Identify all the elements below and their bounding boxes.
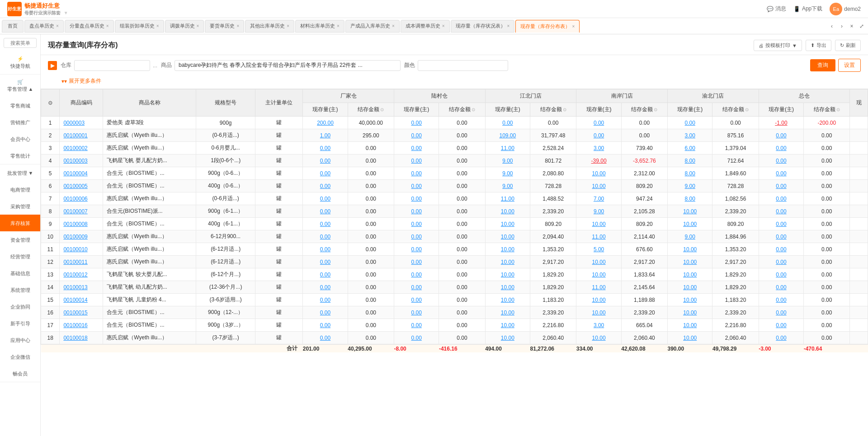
td-total-qty[interactable]: 0.00: [759, 218, 803, 230]
td-jb-qty[interactable]: 9.00: [485, 155, 530, 167]
td-fc-qty[interactable]: 0.00: [303, 167, 348, 180]
td-lc-qty[interactable]: 0.00: [394, 205, 439, 218]
td-total-qty[interactable]: 0.00: [759, 167, 803, 180]
sidebar-item-app-center[interactable]: 应用中心: [0, 332, 40, 348]
td-total-qty[interactable]: 0.00: [759, 281, 803, 294]
td-na-qty[interactable]: 10.00: [576, 218, 621, 230]
td-fc-qty[interactable]: 200.00: [303, 117, 348, 129]
sidebar-item-retail-mall[interactable]: 零售商城: [0, 97, 40, 114]
td-yb-qty[interactable]: 10.00: [668, 306, 712, 319]
td-lc-qty[interactable]: 0.00: [394, 332, 439, 345]
td-yb-qty[interactable]: 10.00: [668, 205, 712, 218]
td-total-qty[interactable]: 0.00: [759, 155, 803, 167]
td-code[interactable]: 00100015: [60, 306, 103, 319]
td-lc-qty[interactable]: 0.00: [394, 167, 439, 180]
sidebar-item-marketing[interactable]: 营销推广: [0, 114, 40, 131]
td-total-qty[interactable]: 0.00: [759, 306, 803, 319]
td-lc-qty[interactable]: 0.00: [394, 306, 439, 319]
tab-pddlh[interactable]: 盘点单历史 ×: [24, 20, 64, 33]
td-yb-qty[interactable]: 10.00: [668, 256, 712, 268]
td-yb-qty[interactable]: 3.00: [668, 129, 712, 142]
sidebar-item-inventory[interactable]: 库存核算: [0, 215, 40, 231]
tab-zzcs[interactable]: 组装折卸单历史 ×: [115, 20, 164, 33]
td-fc-qty[interactable]: 0.00: [303, 306, 348, 319]
td-code[interactable]: 00100009: [60, 230, 103, 243]
sidebar-item-basic-info[interactable]: 基础信息: [0, 265, 40, 281]
td-jb-qty[interactable]: 11.00: [485, 142, 530, 155]
td-na-qty[interactable]: 3.00: [576, 319, 621, 332]
sidebar-item-member2[interactable]: 畅会员: [0, 365, 40, 382]
td-code[interactable]: 00100002: [60, 142, 103, 155]
td-total-qty[interactable]: 0.00: [759, 192, 803, 205]
td-lc-qty[interactable]: 0.00: [394, 319, 439, 332]
td-na-qty[interactable]: 0.00: [576, 117, 621, 129]
td-yb-qty[interactable]: 9.00: [668, 230, 712, 243]
td-yb-qty[interactable]: 0.00: [668, 117, 712, 129]
td-lc-qty[interactable]: 0.00: [394, 294, 439, 306]
info-icon-4[interactable]: ⊙: [654, 107, 657, 112]
td-lc-qty[interactable]: 0.00: [394, 192, 439, 205]
td-code[interactable]: 00100010: [60, 243, 103, 256]
td-lc-qty[interactable]: 0.00: [394, 180, 439, 192]
td-yb-qty[interactable]: 6.00: [668, 142, 712, 155]
product-input[interactable]: [175, 60, 401, 71]
td-fc-qty[interactable]: 0.00: [303, 230, 348, 243]
tab-qtcklh[interactable]: 其他出库单历史 ×: [245, 20, 294, 33]
td-jb-qty[interactable]: 10.00: [485, 294, 530, 306]
td-jb-qty[interactable]: 10.00: [485, 319, 530, 332]
td-yb-qty[interactable]: 10.00: [668, 294, 712, 306]
warehouse-input[interactable]: [74, 60, 150, 71]
td-jb-qty[interactable]: 10.00: [485, 256, 530, 268]
td-yb-qty[interactable]: 10.00: [668, 319, 712, 332]
info-icon-3[interactable]: ⊙: [563, 107, 566, 112]
td-na-qty[interactable]: 10.00: [576, 180, 621, 192]
info-icon-1[interactable]: ⊙: [380, 107, 384, 112]
td-lc-qty[interactable]: 0.00: [394, 230, 439, 243]
td-fc-qty[interactable]: 0.00: [303, 268, 348, 281]
sidebar-item-quicknav[interactable]: ⚡ 快捷导航: [0, 52, 40, 74]
td-code[interactable]: 0000003: [60, 117, 103, 129]
td-yb-qty[interactable]: 10.00: [668, 332, 712, 345]
td-na-qty[interactable]: 7.00: [576, 192, 621, 205]
expand-more-btn[interactable]: ▾▾ 展开更多条件: [61, 77, 101, 85]
td-yb-qty[interactable]: 10.00: [668, 218, 712, 230]
tab-close-all-btn[interactable]: ×: [847, 22, 856, 31]
td-na-qty[interactable]: 10.00: [576, 306, 621, 319]
info-icon-2[interactable]: ⊙: [472, 107, 475, 112]
close-icon[interactable]: ×: [197, 23, 199, 28]
sidebar-item-retail-mgmt[interactable]: 🛒 零售管理 ▲: [0, 75, 40, 97]
td-fc-qty[interactable]: 0.00: [303, 142, 348, 155]
td-na-qty[interactable]: 11.00: [576, 230, 621, 243]
td-lc-qty[interactable]: 0.00: [394, 281, 439, 294]
tab-xclkcfb[interactable]: 现存量（库存分布表）×: [515, 20, 580, 33]
td-lc-qty[interactable]: 0.00: [394, 129, 439, 142]
td-na-qty[interactable]: -39.00: [576, 155, 621, 167]
td-yb-qty[interactable]: 8.00: [668, 192, 712, 205]
td-total-qty[interactable]: 0.00: [759, 205, 803, 218]
td-code[interactable]: 00100012: [60, 268, 103, 281]
close-icon[interactable]: ×: [507, 23, 510, 28]
sidebar-item-corp-wechat[interactable]: 企业微信: [0, 348, 40, 365]
td-jb-qty[interactable]: 10.00: [485, 268, 530, 281]
td-lc-qty[interactable]: 0.00: [394, 256, 439, 268]
td-yb-qty[interactable]: 10.00: [668, 268, 712, 281]
sidebar-item-system[interactable]: 系统管理: [0, 281, 40, 298]
td-fc-qty[interactable]: 0.00: [303, 319, 348, 332]
td-fc-qty[interactable]: 0.00: [303, 218, 348, 230]
td-total-qty[interactable]: 0.00: [759, 180, 803, 192]
td-yb-qty[interactable]: 9.00: [668, 180, 712, 192]
td-lc-qty[interactable]: 0.00: [394, 142, 439, 155]
td-lc-qty[interactable]: 0.00: [394, 218, 439, 230]
td-code[interactable]: 00100018: [60, 332, 103, 345]
td-fc-qty[interactable]: 0.00: [303, 192, 348, 205]
td-jb-qty[interactable]: 9.00: [485, 180, 530, 192]
td-jb-qty[interactable]: 10.00: [485, 281, 530, 294]
close-icon[interactable]: ×: [337, 23, 340, 28]
app-download-btn[interactable]: 📱 App下载: [793, 5, 822, 13]
td-na-qty[interactable]: 10.00: [576, 167, 621, 180]
td-total-qty[interactable]: -1.00: [759, 117, 803, 129]
td-jb-qty[interactable]: 9.00: [485, 167, 530, 180]
td-code[interactable]: 00100005: [60, 180, 103, 192]
td-yb-qty[interactable]: 10.00: [668, 243, 712, 256]
td-total-qty[interactable]: 0.00: [759, 129, 803, 142]
